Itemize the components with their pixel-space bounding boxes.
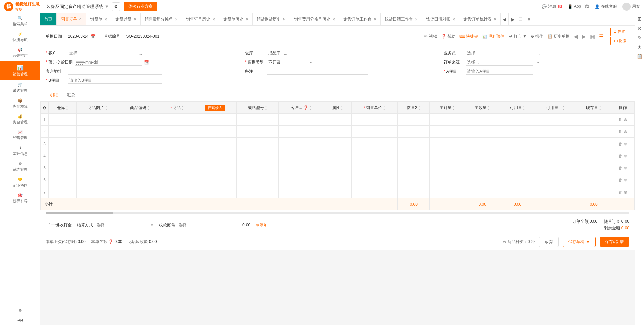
tab-detail[interactable]: 明细: [46, 89, 63, 101]
row-delete-icon[interactable]: 🗑: [618, 190, 622, 195]
sidebar-item-operations[interactable]: 📈 经营管理: [0, 127, 40, 143]
shortcut-btn[interactable]: ⌨ 快捷键: [459, 34, 478, 39]
row-copy-icon[interactable]: ⊕: [624, 129, 627, 134]
order-source-input[interactable]: [466, 59, 533, 66]
grid-view-icon[interactable]: ▦: [590, 33, 595, 40]
salesperson-more-icon[interactable]: ...: [536, 51, 540, 56]
row-copy-icon[interactable]: ⊕: [624, 190, 627, 195]
quickpay-checkbox[interactable]: 一键收订金: [46, 222, 72, 228]
table-scrollbar[interactable]: [40, 210, 635, 216]
save-new-button[interactable]: 保存&新增: [600, 237, 629, 247]
print-btn[interactable]: 🖨 打印 ▼: [508, 34, 527, 39]
solution-button[interactable]: 体验行业方案: [124, 2, 157, 11]
tab-sales-order-history[interactable]: 销售订单历史✕: [182, 13, 219, 26]
sidebar-item-inventory[interactable]: 📦 库存核算: [0, 96, 40, 112]
warehouse-more-icon[interactable]: ...: [284, 51, 287, 56]
tab-sales-order[interactable]: 销售订单✕: [57, 13, 86, 26]
b-project-input[interactable]: [68, 77, 162, 84]
sidebar-item-guide[interactable]: 🎯 新手引导: [0, 191, 40, 206]
order-source-dropdown-icon[interactable]: ▼: [536, 60, 540, 64]
tab-home[interactable]: 首页: [40, 13, 57, 26]
row-copy-icon[interactable]: ⊕: [624, 178, 627, 182]
tab-close-sales-order[interactable]: ✕: [79, 17, 82, 21]
sidebar-settings-icon[interactable]: ⚙: [0, 306, 40, 315]
settings-gear-icon[interactable]: ⚙: [112, 2, 120, 11]
right-panel-icon-4[interactable]: ★: [636, 43, 644, 51]
tab-fee-history[interactable]: 销售费用分摊单历史✕: [290, 13, 339, 26]
messages-button[interactable]: 💬 消息 9: [542, 4, 562, 9]
customer-input[interactable]: [68, 50, 135, 56]
tab-close-sales-return[interactable]: ✕: [134, 17, 136, 21]
a-project-input[interactable]: [466, 68, 533, 75]
row-copy-icon[interactable]: ⊕: [624, 117, 627, 122]
sidebar-item-basic[interactable]: ℹ 基础信息: [0, 143, 40, 159]
calendar-icon[interactable]: 📅: [90, 34, 96, 39]
row-delete-icon[interactable]: 🗑: [618, 166, 622, 170]
tab-close-sales-bill[interactable]: ✕: [104, 17, 107, 21]
tab-next-icon[interactable]: ▶: [509, 13, 517, 26]
account-input[interactable]: [177, 222, 230, 228]
view-video-btn[interactable]: 👁 视频: [424, 34, 437, 39]
right-panel-icon-3[interactable]: ✎: [636, 34, 644, 42]
help-btn[interactable]: ❓ 帮助: [441, 34, 455, 39]
tab-sales-bill-history[interactable]: 销货单历史✕: [219, 13, 253, 26]
note-input[interactable]: [267, 68, 368, 75]
nav-next-icon[interactable]: ▶: [582, 33, 586, 40]
tab-order-workbench[interactable]: 销售订单工作台✕: [339, 13, 381, 26]
sidebar-item-system[interactable]: ⚙ 系统管理: [0, 159, 40, 175]
tab-prev-icon[interactable]: ◀: [501, 13, 509, 26]
add-logistics-btn[interactable]: + +物流: [610, 37, 629, 45]
user-avatar[interactable]: 用友: [622, 3, 640, 11]
sidebar-item-finance[interactable]: 💰 资金管理: [0, 112, 40, 127]
right-panel-icon-2[interactable]: ⊙: [636, 24, 644, 32]
system-dropdown-icon[interactable]: ▼: [105, 4, 109, 9]
operation-btn[interactable]: ⚙ 操作: [531, 34, 543, 39]
tab-daily-reconcile[interactable]: 钱货日清对账✕: [422, 13, 459, 26]
invoice-dropdown-icon[interactable]: ▼: [309, 60, 313, 64]
row-delete-icon[interactable]: 🗑: [618, 129, 622, 134]
save-draft-button[interactable]: 保存草稿 ▼: [563, 237, 596, 247]
row-copy-icon[interactable]: ⊕: [624, 166, 627, 170]
nav-prev-icon[interactable]: ◀: [574, 33, 578, 40]
sidebar-item-search[interactable]: 🔍 搜索菜单: [0, 13, 40, 29]
salesperson-input[interactable]: [466, 50, 533, 56]
scan-btn[interactable]: 扫码录入: [205, 105, 225, 111]
col-settings-icon[interactable]: ⚙: [41, 102, 49, 114]
address-input[interactable]: [68, 68, 162, 75]
tab-summary[interactable]: 汇总: [63, 89, 79, 101]
account-more-icon[interactable]: ...: [234, 222, 237, 227]
right-panel-icon-5[interactable]: 📋: [636, 52, 644, 60]
settings-form-btn[interactable]: ⚙ 设置: [610, 28, 629, 36]
tab-sales-bill[interactable]: 销货单✕: [86, 13, 111, 26]
tab-order-stats[interactable]: 销售订单统计表✕: [459, 13, 501, 26]
delivery-calendar-icon[interactable]: 📅: [144, 60, 149, 65]
payment-method-input[interactable]: [95, 222, 148, 228]
sidebar-item-marketing[interactable]: 📢 营销推广: [0, 45, 40, 61]
sidebar-collapse-icon[interactable]: ◀◀: [0, 315, 40, 325]
sidebar-item-enterprise[interactable]: 🤝 企业协同: [0, 175, 40, 191]
sidebar-item-quicknav[interactable]: ⚡ 快捷导航: [0, 29, 40, 45]
right-panel-icon-1[interactable]: ⊞: [636, 15, 644, 23]
row-delete-icon[interactable]: 🗑: [618, 154, 622, 158]
tab-return-history[interactable]: 销货退货历史✕: [253, 13, 290, 26]
row-copy-icon[interactable]: ⊕: [624, 141, 627, 146]
address-more-icon[interactable]: ...: [165, 69, 169, 74]
tab-list-icon[interactable]: ☰: [517, 13, 525, 26]
sidebar-item-purchase[interactable]: 🛒 采购管理: [0, 80, 40, 96]
list-view-icon[interactable]: ☰: [599, 33, 604, 40]
payment-dropdown-icon[interactable]: ▼: [150, 223, 154, 227]
tab-daily-workbench[interactable]: 钱货日清工作台✕: [381, 13, 422, 26]
app-download-button[interactable]: 📱 App下载: [568, 4, 589, 9]
quickpay-checkbox-input[interactable]: [46, 223, 50, 227]
add-payment-btn[interactable]: ⊕ 添加: [256, 222, 268, 228]
history-btn[interactable]: 📋 历史单据: [547, 34, 570, 39]
row-delete-icon[interactable]: 🗑: [618, 117, 622, 122]
tab-close-all-icon[interactable]: ✕: [525, 13, 533, 26]
row-copy-icon[interactable]: ⊕: [624, 154, 627, 158]
delivery-date-input[interactable]: [75, 59, 142, 66]
customer-more-icon[interactable]: ...: [139, 51, 142, 56]
row-delete-icon[interactable]: 🗑: [618, 141, 622, 146]
abandon-button[interactable]: 放弃: [539, 237, 559, 247]
tab-sales-return[interactable]: 销货退货✕: [111, 13, 141, 26]
online-service-button[interactable]: 👤 在线客服: [595, 4, 617, 9]
